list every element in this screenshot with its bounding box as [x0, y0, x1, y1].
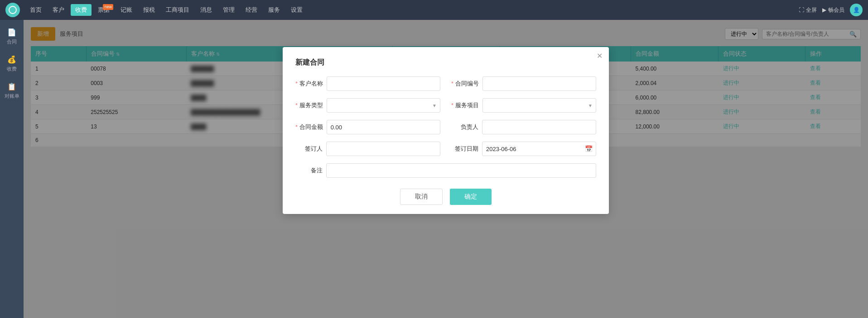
- sign-date-wrapper: 📅: [482, 142, 596, 156]
- nav-item-manage[interactable]: 管理: [218, 4, 239, 16]
- app-logo: [5, 3, 20, 17]
- service-item-select[interactable]: [482, 98, 596, 113]
- new-contract-modal: 新建合同 ✕ 客户名称 合同编号 服务类型: [283, 47, 609, 214]
- sign-date-input[interactable]: [482, 142, 596, 156]
- modal-overlay: 新建合同 ✕ 客户名称 合同编号 服务类型: [24, 20, 868, 318]
- sidebar-item-fee[interactable]: 💰 收费: [0, 51, 24, 76]
- form-row-signer: 签订人: [295, 142, 440, 156]
- signer-label: 签订人: [295, 145, 323, 153]
- service-item-wrapper: ▼: [482, 98, 596, 113]
- fullscreen-button[interactable]: ⛶ 全屏: [799, 6, 817, 14]
- responsible-input[interactable]: [482, 120, 596, 134]
- nav-item-biz[interactable]: 工商项目: [161, 4, 194, 16]
- nav-item-settings[interactable]: 设置: [286, 4, 307, 16]
- service-item-label: 服务项目: [451, 101, 479, 109]
- customer-name-input[interactable]: [327, 76, 440, 91]
- nav-item-message[interactable]: 消息: [196, 4, 217, 16]
- nav-item-customer[interactable]: 客户: [48, 4, 69, 16]
- nav-item-operation[interactable]: 经营: [241, 4, 262, 16]
- nav-item-bill[interactable]: 票据 new: [93, 4, 114, 16]
- confirm-button[interactable]: 确定: [450, 189, 492, 205]
- form-grid: 客户名称 合同编号 服务类型 ▼: [295, 76, 596, 178]
- nav-item-home[interactable]: 首页: [25, 4, 46, 16]
- contract-amount-label: 合同金额: [295, 123, 323, 131]
- sign-date-label: 签订日期: [451, 145, 478, 153]
- sidebar-item-contract[interactable]: 📄 合同: [0, 24, 24, 49]
- cancel-button[interactable]: 取消: [400, 189, 443, 205]
- member-button[interactable]: ▶ 畅会员: [822, 6, 844, 14]
- sidebar: 📄 合同 💰 收费 📋 对账单: [0, 20, 24, 318]
- avatar[interactable]: 👤: [850, 4, 863, 16]
- new-badge: new: [103, 4, 113, 10]
- modal-footer: 取消 确定: [295, 189, 596, 205]
- service-type-label: 服务类型: [295, 101, 323, 109]
- nav-item-fee[interactable]: 收费: [71, 4, 92, 16]
- sidebar-item-reconciliation[interactable]: 📋 对账单: [0, 78, 24, 103]
- contract-amount-input[interactable]: [327, 120, 440, 134]
- top-navigation: 首页 客户 收费 票据 new 记账 报税 工商项目 消息 管理 经营 服务 设…: [0, 0, 868, 20]
- fee-icon: 💰: [7, 54, 17, 64]
- content-area: 新增 服务项目 进行中 🔍 序号 合同编号: [24, 20, 868, 318]
- signer-input[interactable]: [326, 142, 440, 156]
- customer-name-label: 客户名称: [295, 80, 323, 88]
- service-type-wrapper: ▼: [327, 98, 440, 113]
- form-row-customer-name: 客户名称: [295, 76, 440, 91]
- contract-no-label: 合同编号: [451, 80, 479, 88]
- nav-item-bookkeeping[interactable]: 记账: [116, 4, 137, 16]
- modal-title: 新建合同: [295, 58, 596, 67]
- contract-icon: 📄: [7, 27, 17, 37]
- remark-input[interactable]: [326, 163, 596, 178]
- form-row-sign-date: 签订日期 📅: [451, 142, 596, 156]
- form-row-service-item: 服务项目 ▼: [451, 98, 596, 113]
- nav-item-service[interactable]: 服务: [264, 4, 285, 16]
- nav-item-tax[interactable]: 报税: [139, 4, 159, 16]
- form-row-service-type: 服务类型 ▼: [295, 98, 440, 113]
- contract-no-input[interactable]: [482, 76, 596, 91]
- play-icon: ▶: [822, 7, 826, 13]
- form-row-contract-no: 合同编号: [451, 76, 596, 91]
- service-type-select[interactable]: [327, 98, 440, 113]
- form-row-responsible: 负责人: [451, 120, 596, 134]
- fullscreen-icon: ⛶: [799, 7, 804, 13]
- responsible-label: 负责人: [451, 123, 478, 131]
- remark-label: 备注: [295, 166, 323, 175]
- form-row-contract-amount: 合同金额: [295, 120, 440, 134]
- nav-right: ⛶ 全屏 ▶ 畅会员 👤: [799, 4, 863, 16]
- reconciliation-icon: 📋: [7, 81, 17, 91]
- main-layout: 📄 合同 💰 收费 📋 对账单 新增 服务项目 进行中 🔍: [0, 20, 868, 318]
- form-row-remark: 备注: [295, 163, 596, 178]
- modal-close-button[interactable]: ✕: [597, 52, 603, 60]
